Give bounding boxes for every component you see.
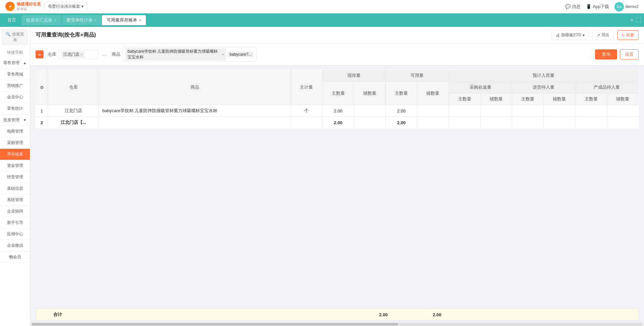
horizontal-scrollbar[interactable] (30, 322, 644, 326)
tab-close-icon[interactable]: × (54, 18, 56, 22)
warehouse-filter-ellipsis[interactable]: ... (101, 51, 108, 57)
row2-stock-aux (354, 117, 385, 129)
sidebar: 🔍 搜索菜单 快捷导航 零售管理 ▲ 零售商城 营销推广 会员中心 零售统计 批… (0, 27, 30, 326)
sidebar-item-wholesale-mgmt[interactable]: 批发管理 ▼ (0, 114, 30, 126)
sidebar-item-marketing-label: 营销推广 (7, 83, 23, 89)
quick-nav-label[interactable]: 快捷导航 (0, 48, 30, 57)
col-purch-pend-header: 进货待入量 (512, 82, 575, 93)
content-area: 可用量查询(按仓库+商品) 🖨 按模板打印 ▾ ↗ 导出 ↻ 刷新 (30, 27, 644, 326)
warehouse-tag-close-icon[interactable]: × (80, 52, 83, 56)
sidebar-item-cooperation[interactable]: 企业协同 (0, 206, 30, 217)
print-label: 按模板打印 (561, 32, 581, 38)
tab-close-icon[interactable]: × (139, 18, 141, 22)
col-settings-header[interactable]: ⚙ (36, 70, 48, 105)
app-download-button[interactable]: 📱 App下载 (586, 4, 609, 10)
col-warehouse-header: 仓库 (48, 70, 99, 105)
goods-tag-1-close-icon[interactable]: × (222, 52, 224, 56)
col-avail-main-header: 主数量 (385, 82, 417, 105)
sidebar-item-vip[interactable]: 畅会员 (0, 251, 30, 263)
query-button[interactable]: 查询 (595, 49, 617, 59)
goods-filter-label: 商品 (112, 51, 120, 57)
row1-no: 1 (36, 105, 48, 117)
warehouse-filter-label: 仓库 (48, 51, 56, 57)
row1-stock-aux (354, 105, 385, 117)
goods-filter-group: 商品 babycare学饮杯 儿童防摔防撞吸管杯重力球吸嘴杯宝宝水杯 × bab… (112, 47, 257, 62)
col-available-group-header: 可用量 (385, 70, 449, 82)
close-all-tabs-button[interactable]: × (630, 17, 633, 23)
search-menu-button[interactable]: 🔍 搜索菜单 (2, 30, 28, 45)
settings-button[interactable]: 设置 (620, 49, 639, 59)
scrollbar-thumb[interactable] (32, 323, 398, 326)
sidebar-item-enterprise-wx-label: 企业微信 (7, 243, 23, 248)
col-planned-in-group-header: 预计入库量 (449, 70, 639, 82)
sidebar-item-system-label: 系统管理 (7, 197, 23, 203)
sidebar-item-purchase-label: 采购管理 (7, 140, 23, 146)
message-button[interactable]: 💬 消息 (565, 4, 581, 10)
row2-purch-transit-main (449, 117, 480, 129)
query-label: 查询 (602, 52, 610, 57)
fullscreen-button[interactable]: ⛶ (636, 17, 641, 23)
tab-home[interactable]: 首页 (3, 15, 21, 25)
settings-icon: ⚙ (40, 85, 44, 90)
sidebar-item-members[interactable]: 会员中心 (0, 92, 30, 103)
sidebar-item-vip-label: 畅会员 (9, 254, 21, 260)
logo-icon: ✦ (5, 2, 15, 11)
print-chevron-icon: ▾ (583, 33, 585, 38)
footer-label: 合计 (36, 312, 76, 318)
col-stock-main-header: 主数量 (322, 82, 354, 105)
sidebar-item-onboarding[interactable]: 新手引导 (0, 217, 30, 229)
row1-purch-pend-aux (544, 105, 575, 117)
row1-main-unit: 个 (291, 105, 322, 117)
sidebar-item-members-label: 会员中心 (7, 94, 23, 100)
industry-label: 母婴行业演示账套 (48, 4, 80, 9)
sidebar-item-purchase[interactable]: 采购管理 (0, 137, 30, 149)
print-button[interactable]: 🖨 按模板打印 ▾ (551, 30, 589, 40)
sidebar-item-onboarding-label: 新手引导 (7, 220, 23, 226)
goods-tag-2: babycare?... (227, 52, 254, 57)
sidebar-item-app-center[interactable]: 应用中心 (0, 229, 30, 240)
tab-close-icon[interactable]: × (95, 18, 97, 22)
sidebar-item-operations[interactable]: 经营管理 (0, 172, 30, 183)
double-arrow-icon: » (38, 52, 41, 57)
row1-purch-transit-main (449, 105, 480, 117)
sidebar-item-system[interactable]: 系统管理 (0, 194, 30, 206)
filter-toggle-button[interactable]: » (36, 50, 44, 58)
goods-filter-input[interactable]: babycare学饮杯 儿童防摔防撞吸管杯重力球吸嘴杯宝宝水杯 × babyca… (122, 47, 257, 62)
col-stock-group-header: 现存量 (322, 70, 386, 82)
goods-tag-2-value: babycare?... (229, 52, 252, 57)
sidebar-item-basic-info[interactable]: 基础信息 (0, 183, 30, 194)
industry-chevron-icon: ▾ (82, 4, 84, 9)
warehouse-filter-input[interactable]: 江北门店 × (58, 50, 99, 59)
row1-purch-transit-aux (480, 105, 512, 117)
sidebar-item-wholesale-label: 批发管理 (3, 117, 19, 123)
tab-available-stock[interactable]: 可用量库存账本 × (102, 15, 146, 25)
user-area[interactable]: Ea demo2 (614, 2, 639, 11)
sidebar-item-marketing[interactable]: 营销推广 (0, 80, 30, 92)
sidebar-item-retail-stats[interactable]: 零售统计 (0, 103, 30, 114)
col-prod-pend-header: 产成品待入量 (575, 82, 639, 93)
sidebar-item-inventory[interactable]: 库存核算 (0, 149, 30, 160)
export-button[interactable]: ↗ 导出 (592, 30, 614, 40)
refresh-button[interactable]: ↻ 刷新 (617, 30, 639, 40)
sidebar-item-retail-mall[interactable]: 零售商城 (0, 69, 30, 80)
settings-label: 设置 (625, 52, 634, 57)
chevron-up-icon: ▲ (23, 61, 26, 65)
sidebar-item-enterprise-wx[interactable]: 企业微信 (0, 240, 30, 251)
sidebar-item-finance[interactable]: 资金管理 (0, 160, 30, 172)
goods-tag-1: babycare学饮杯 儿童防摔防撞吸管杯重力球吸嘴杯宝宝水杯 × (125, 48, 226, 60)
sidebar-item-retail-mgmt[interactable]: 零售管理 ▲ (0, 57, 30, 69)
tab-available-stock-label: 可用量库存账本 (107, 17, 137, 23)
logo-area: ✦ 畅捷通好生意 标准版 (5, 2, 41, 11)
page-actions: 🖨 按模板打印 ▾ ↗ 导出 ↻ 刷新 (551, 30, 639, 40)
sidebar-item-ecommerce[interactable]: 电商管理 (0, 126, 30, 137)
top-bar-left: ✦ 畅捷通好生意 标准版 母婴行业演示账套 ▾ (5, 2, 87, 11)
user-initials: Ea (617, 5, 622, 9)
row1-purch-pend-main (512, 105, 543, 117)
sidebar-item-retail-mgmt-label: 零售管理 (3, 60, 19, 66)
row1-stock-main: 2.00 (322, 105, 354, 117)
scrollbar-track[interactable] (32, 323, 643, 326)
industry-selector[interactable]: 母婴行业演示账套 ▾ (44, 2, 87, 11)
tab-receive-send[interactable]: 收发存汇总表 × (21, 15, 61, 25)
col-avail-aux-header: 辅数量 (417, 82, 449, 105)
tab-order-stats[interactable]: 要货单统计表 × (62, 15, 101, 25)
